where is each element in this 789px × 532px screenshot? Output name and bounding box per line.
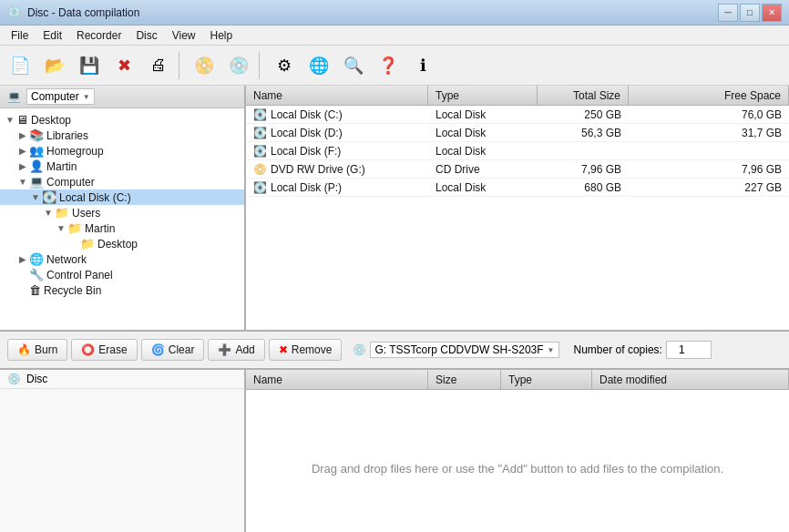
menu-help[interactable]: Help [203,27,241,44]
tree-item-users[interactable]: ▼ 📁 Users [0,205,244,220]
file-icon-0: 💽 [253,108,267,121]
tree-item-desktop[interactable]: ▼ 🖥 Desktop [0,112,244,128]
file-icon-3: 📀 [253,163,267,176]
expand-homegroup-icon: ▶ [16,146,29,156]
col-header-free[interactable]: Free Space [629,86,789,105]
control-icon: 🔧 [29,268,44,281]
file-list-body: 💽 Local Disk (C:) Local Disk 250 GB 76,0… [246,106,789,330]
tree-item-localC[interactable]: ▼ 💽 Local Disk (C:) [0,189,244,205]
drive-dropdown[interactable]: G: TSSTcorp CDDVDW SH-S203F ▼ [370,342,558,358]
expand-computer-icon: ▼ [16,177,29,187]
file-row-2[interactable]: 💽 Local Disk (F:) Local Disk [246,142,789,160]
expand-martin2-icon: ▼ [55,223,67,233]
network-button[interactable]: 🌐 [302,49,335,82]
menu-file[interactable]: File [4,27,36,44]
tree-item-control[interactable]: 🔧 Control Panel [0,267,244,282]
tree-item-desktop2[interactable]: 📁 Desktop [0,236,244,251]
left-panel: 💻 Computer ▼ ▼ 🖥 Desktop ▶ 📚 Libraries [0,86,246,330]
drive-selector: 💿 G: TSSTcorp CDDVDW SH-S203F ▼ [353,342,558,358]
menu-bar: File Edit Recorder Disc View Help [0,26,789,46]
tree-item-homegroup[interactable]: ▶ 👥 Homegroup [0,143,244,159]
tree-item-martin2[interactable]: ▼ 📁 Martin [0,220,244,236]
tree-item-computer[interactable]: ▼ 💻 Computer [0,174,244,189]
new-button[interactable]: 📄 [4,49,36,82]
burn-button[interactable]: 🔥 Burn [7,339,67,361]
expand-users-icon: ▼ [42,208,55,218]
menu-disc[interactable]: Disc [128,27,164,44]
tree-item-libraries[interactable]: ▶ 📚 Libraries [0,128,244,143]
file-total-4: 680 GB [538,180,629,195]
comp-col-date[interactable]: Date modified [592,370,789,389]
comp-col-type[interactable]: Type [501,370,592,389]
location-dropdown[interactable]: Computer ▼ [26,88,95,105]
file-free-3: 7,96 GB [629,162,789,177]
copy-disc-button[interactable]: 📀 [188,49,220,82]
menu-recorder[interactable]: Recorder [69,27,128,44]
tree-label-martin2: Martin [85,222,115,235]
tree-label-libraries: Libraries [46,129,88,142]
tree-label-desktop: Desktop [31,114,71,127]
file-free-4: 227 GB [629,180,789,195]
tree-label-localC: Local Disk (C:) [59,191,131,204]
delete-button[interactable]: ✖ [108,49,140,82]
file-type-4: Local Disk [428,180,538,195]
computer-tree-icon: 💻 [29,175,44,189]
file-row-4[interactable]: 💽 Local Disk (P:) Local Disk 680 GB 227 … [246,179,789,197]
file-row-0[interactable]: 💽 Local Disk (C:) Local Disk 250 GB 76,0… [246,106,789,124]
settings-button[interactable]: ⚙ [268,49,301,82]
comp-col-size[interactable]: Size [428,370,501,389]
col-header-type[interactable]: Type [428,86,538,105]
compilation-right: Name Size Type Date modified Drag and dr… [246,370,789,532]
comp-col-name[interactable]: Name [246,370,428,389]
file-row-3[interactable]: 📀 DVD RW Drive (G:) CD Drive 7,96 GB 7,9… [246,160,789,179]
localC-icon: 💽 [42,190,56,204]
right-panel: Name Type Total Size Free Space 💽 Local … [246,86,789,330]
copy-disc2-button[interactable]: 💿 [222,49,255,82]
copies-label: Number of copies: [574,343,662,356]
add-button[interactable]: ➕ Add [208,339,264,361]
tree-item-network[interactable]: ▶ 🌐 Network [0,251,244,267]
file-row-1[interactable]: 💽 Local Disk (D:) Local Disk 56,3 GB 31,… [246,124,789,142]
erase-button[interactable]: ⭕ Erase [71,339,137,361]
remove-button[interactable]: ✖ Remove [269,339,343,361]
save-button[interactable]: 💾 [73,49,106,82]
desktop-icon: 🖥 [16,113,28,127]
window-controls: ─ □ ✕ [718,4,782,22]
col-header-total[interactable]: Total Size [538,86,629,105]
expand-network-icon: ▶ [16,254,29,264]
clear-button[interactable]: 🌀 Clear [141,339,205,361]
col-header-name[interactable]: Name [246,86,428,105]
file-type-0: Local Disk [428,107,538,122]
maximize-button[interactable]: □ [740,4,760,22]
disc-label: Disc [26,373,47,385]
file-total-1: 56,3 GB [538,126,629,140]
tree-label-desktop2: Desktop [97,238,138,251]
add-icon: ➕ [218,343,231,356]
tree-label-control: Control Panel [46,269,113,281]
tree-item-recycle[interactable]: 🗑 Recycle Bin [0,282,244,298]
martin-icon: 👤 [29,159,44,173]
expand-martin-icon: ▶ [16,161,29,171]
minimize-button[interactable]: ─ [718,4,738,22]
info-button[interactable]: ℹ [406,49,439,82]
menu-view[interactable]: View [165,27,203,44]
file-type-3: CD Drive [428,162,538,177]
tree-item-martin[interactable]: ▶ 👤 Martin [0,159,244,174]
remove-icon: ✖ [279,343,288,356]
tree-label-martin: Martin [46,160,77,173]
file-type-2: Local Disk [428,144,538,159]
file-free-1: 31,7 GB [629,126,789,140]
expand-libraries-icon: ▶ [16,130,29,140]
close-button[interactable]: ✕ [762,4,782,22]
copies-input[interactable] [666,341,712,359]
file-total-0: 250 GB [538,107,629,122]
tree-label-recycle: Recycle Bin [44,284,101,297]
open-button[interactable]: 📂 [38,49,71,82]
desktop2-icon: 📁 [80,237,95,251]
help-button[interactable]: ❓ [372,49,405,82]
file-name-0: 💽 Local Disk (C:) [246,107,428,122]
print-button[interactable]: 🖨 [142,49,175,82]
search-button[interactable]: 🔍 [337,49,370,82]
menu-edit[interactable]: Edit [36,27,69,44]
erase-icon: ⭕ [81,343,95,356]
